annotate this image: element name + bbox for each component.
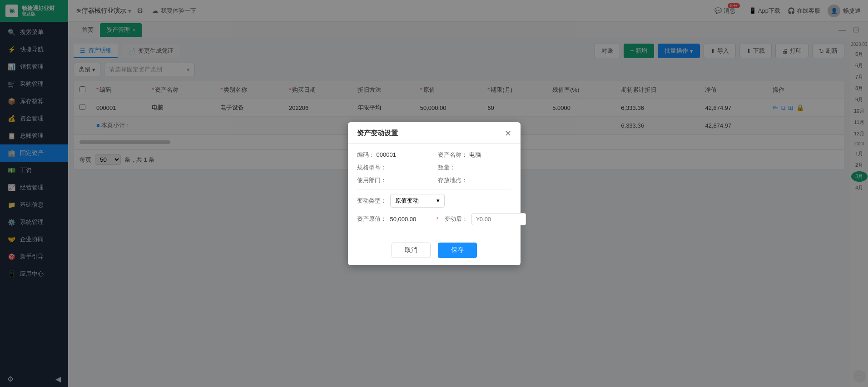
value-row: 资产原值： 50,000.00 * 变动后：: [357, 213, 511, 225]
code-label: 编码：: [357, 151, 375, 159]
change-type-select[interactable]: 原值变动 ▾: [390, 194, 445, 208]
modal-field-qty: 数量：: [438, 164, 511, 172]
modal-backdrop: 资产变动设置 ✕ 编码： 000001 资产名称： 电脑 规格型号：: [0, 0, 868, 387]
modal-field-name: 资产名称： 电脑: [438, 151, 511, 159]
modal-footer: 取消 保存: [348, 238, 521, 265]
required-star: *: [436, 216, 439, 223]
dept-label: 使用部门：: [357, 176, 387, 184]
change-type-row: 变动类型： 原值变动 ▾: [357, 194, 511, 208]
modal-row-3: 使用部门： 存放地点：: [357, 176, 511, 184]
change-type-label: 变动类型：: [357, 197, 387, 205]
modal-header: 资产变动设置 ✕: [348, 122, 521, 144]
modal-row-2: 规格型号： 数量：: [357, 164, 511, 172]
modal-field-dept: 使用部门：: [357, 176, 431, 184]
modal-field-code: 编码： 000001: [357, 151, 431, 159]
save-button[interactable]: 保存: [438, 243, 477, 258]
spec-label: 规格型号：: [357, 164, 387, 172]
cancel-button[interactable]: 取消: [392, 243, 431, 258]
asset-name-value: 电脑: [469, 151, 481, 159]
location-label: 存放地点：: [438, 176, 467, 184]
modal-divider: [357, 189, 511, 189]
modal-close-btn[interactable]: ✕: [505, 129, 511, 139]
modal-field-spec: 规格型号：: [357, 164, 431, 172]
code-value: 000001: [377, 151, 396, 158]
asset-value-label: 资产原值：: [357, 215, 387, 223]
after-change-input[interactable]: [471, 213, 526, 225]
asset-change-modal: 资产变动设置 ✕ 编码： 000001 资产名称： 电脑 规格型号：: [348, 122, 521, 265]
after-change-label: 变动后：: [444, 215, 468, 223]
asset-value: 50,000.00: [390, 216, 431, 223]
qty-label: 数量：: [438, 164, 456, 172]
modal-body: 编码： 000001 资产名称： 电脑 规格型号： 数量：: [348, 144, 521, 238]
modal-title: 资产变动设置: [357, 129, 398, 138]
asset-name-label: 资产名称：: [438, 151, 467, 159]
change-type-chevron: ▾: [436, 197, 440, 204]
change-type-value: 原值变动: [395, 197, 419, 205]
modal-row-1: 编码： 000001 资产名称： 电脑: [357, 151, 511, 159]
modal-field-location: 存放地点：: [438, 176, 511, 184]
